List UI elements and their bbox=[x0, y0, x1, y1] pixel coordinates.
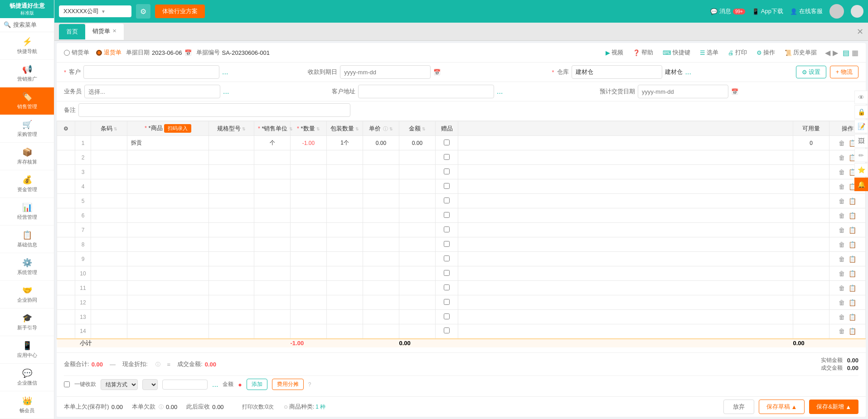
ops-button[interactable]: ⚙ 操作 bbox=[753, 47, 779, 58]
due-date-input[interactable] bbox=[340, 65, 431, 79]
add-payment-button[interactable]: 添加 bbox=[247, 379, 267, 390]
float-note-button[interactable]: 📝 bbox=[854, 120, 868, 133]
gift-checkbox[interactable] bbox=[444, 313, 450, 319]
float-bell-button[interactable]: 🔔 bbox=[854, 178, 868, 191]
delete-row-button[interactable]: 🗑 bbox=[838, 139, 846, 148]
sidebar-item-inventory[interactable]: 📦 库存核算 bbox=[0, 143, 54, 170]
list-view-icon[interactable]: ▦ bbox=[852, 48, 858, 57]
sidebar-item-guide[interactable]: 🎓 新手引导 bbox=[0, 308, 54, 336]
sidebar-item-system[interactable]: ⚙️ 系统管理 bbox=[0, 253, 54, 281]
delete-row-button[interactable]: 🗑 bbox=[838, 327, 846, 336]
float-lock-button[interactable]: 🔒 bbox=[854, 105, 868, 119]
delete-row-button[interactable]: 🗑 bbox=[838, 226, 846, 235]
nav-prev-icon[interactable]: ◀ bbox=[825, 48, 830, 57]
expected-date-input[interactable] bbox=[638, 85, 728, 98]
delete-row-button[interactable]: 🗑 bbox=[838, 240, 846, 249]
gift-checkbox[interactable] bbox=[444, 169, 450, 174]
sidebar-item-finance[interactable]: 💰 资金管理 bbox=[0, 170, 54, 198]
gift-checkbox[interactable] bbox=[444, 197, 450, 203]
online-service-button[interactable]: 👤 在线客服 bbox=[790, 7, 823, 15]
th-settings[interactable]: ⚙ bbox=[57, 121, 75, 136]
tab-sales-order[interactable]: 销货单 ✕ bbox=[85, 24, 124, 40]
float-eye-button[interactable]: 👁 bbox=[854, 91, 868, 104]
due-date-calendar-icon[interactable]: 📅 bbox=[433, 69, 441, 76]
delete-row-button[interactable]: 🗑 bbox=[838, 211, 846, 220]
warehouse-ellipsis-button[interactable]: ... bbox=[685, 68, 691, 76]
copy-row-button[interactable]: 📋 bbox=[848, 313, 857, 322]
salesperson-input[interactable] bbox=[84, 85, 220, 98]
sidebar-item-quick-nav[interactable]: ⚡ 快捷导航 bbox=[0, 32, 54, 60]
sort-spec-icon[interactable]: ⇅ bbox=[242, 127, 246, 131]
gift-checkbox[interactable] bbox=[444, 255, 450, 261]
sidebar-item-sales[interactable]: 🏷️ 销售管理 bbox=[0, 87, 54, 115]
close-all-tabs-icon[interactable]: ✕ bbox=[857, 27, 863, 37]
float-image-button[interactable]: 🖼 bbox=[854, 134, 868, 148]
salesperson-ellipsis-button[interactable]: ... bbox=[223, 87, 229, 96]
copy-row-button[interactable]: 📋 bbox=[848, 197, 857, 206]
customer-address-ellipsis-button[interactable]: ... bbox=[497, 87, 503, 96]
expense-help-icon[interactable]: ? bbox=[308, 381, 311, 388]
sidebar-item-operations[interactable]: 📊 经营管理 bbox=[0, 198, 54, 226]
sort-pkg-icon[interactable]: ⇅ bbox=[355, 127, 359, 131]
radio-return-order[interactable]: 退货单 bbox=[96, 48, 121, 57]
logistics-button[interactable]: + 物流 bbox=[830, 66, 858, 78]
warehouse-input[interactable] bbox=[572, 65, 662, 79]
gift-checkbox[interactable] bbox=[444, 327, 450, 333]
customer-address-input[interactable] bbox=[358, 85, 494, 98]
float-star-button[interactable]: ⭐ bbox=[854, 163, 868, 177]
trial-button[interactable]: 体验行业方案 bbox=[155, 5, 205, 18]
sort-unit-icon[interactable]: ⇅ bbox=[289, 127, 293, 131]
copy-row-button[interactable]: 📋 bbox=[848, 284, 857, 293]
settings-button[interactable]: ⚙ 设置 bbox=[796, 66, 826, 78]
gift-checkbox[interactable] bbox=[444, 299, 450, 305]
avatar[interactable] bbox=[829, 4, 844, 19]
sidebar-item-app-center[interactable]: 📱 应用中心 bbox=[0, 336, 54, 364]
customer-ellipsis-button[interactable]: ... bbox=[222, 68, 228, 76]
account-number-input[interactable] bbox=[162, 380, 208, 390]
delete-row-button[interactable]: 🗑 bbox=[838, 269, 846, 278]
doc-date-calendar-icon[interactable]: 📅 bbox=[184, 49, 192, 56]
delete-row-button[interactable]: 🗑 bbox=[838, 255, 846, 264]
copy-row-button[interactable]: 📋 bbox=[848, 269, 857, 278]
delete-row-button[interactable]: 🗑 bbox=[838, 298, 846, 307]
gift-checkbox[interactable] bbox=[444, 241, 450, 247]
delete-row-button[interactable]: 🗑 bbox=[838, 182, 846, 191]
delete-row-button[interactable]: 🗑 bbox=[838, 284, 846, 293]
message-button[interactable]: 💬 消息 99+ bbox=[710, 7, 745, 15]
grid-view-icon[interactable]: ▤ bbox=[843, 48, 849, 57]
sidebar-item-vip[interactable]: 👑 畅会员 bbox=[0, 391, 54, 419]
price-info-icon[interactable]: ⓘ bbox=[383, 126, 388, 131]
gift-checkbox[interactable] bbox=[444, 270, 450, 276]
product-type-info-icon[interactable]: ⊙ bbox=[284, 404, 288, 410]
video-button[interactable]: ▶ 视频 bbox=[602, 47, 627, 58]
copy-row-button[interactable]: 📋 bbox=[848, 298, 857, 307]
gift-checkbox[interactable] bbox=[444, 154, 450, 160]
delete-row-button[interactable]: 🗑 bbox=[838, 313, 846, 322]
sidebar-item-marketing[interactable]: 📢 营销推广 bbox=[0, 60, 54, 87]
delete-row-button[interactable]: 🗑 bbox=[838, 197, 846, 206]
gift-checkbox[interactable] bbox=[444, 212, 450, 218]
owed-info-icon[interactable]: ⓘ bbox=[159, 404, 164, 410]
expense-split-button[interactable]: 费用分摊 bbox=[272, 379, 304, 390]
copy-row-button[interactable]: 📋 bbox=[848, 327, 857, 336]
radio-sales-order[interactable]: 销货单 bbox=[64, 48, 89, 57]
discount-info-icon[interactable]: ⓘ bbox=[155, 361, 160, 368]
gift-checkbox[interactable] bbox=[444, 183, 450, 189]
shortcut-button[interactable]: ⌨ 快捷键 bbox=[659, 47, 694, 58]
gift-checkbox[interactable] bbox=[444, 140, 450, 145]
customer-input[interactable] bbox=[83, 65, 219, 79]
delete-row-button[interactable]: 🗑 bbox=[838, 153, 846, 162]
topbar-gear-button[interactable]: ⚙ bbox=[136, 4, 150, 19]
sidebar-item-enterprise[interactable]: 🤝 企业协同 bbox=[0, 281, 54, 308]
settle-method-select2[interactable] bbox=[142, 379, 158, 390]
sort-qty-icon[interactable]: ⇅ bbox=[316, 127, 320, 131]
one-click-pay-checkbox[interactable] bbox=[64, 381, 70, 387]
discard-button[interactable]: 放弃 bbox=[723, 400, 754, 414]
float-edit-button[interactable]: ✏ bbox=[854, 149, 868, 162]
scan-button[interactable]: 扫码录入 bbox=[164, 124, 191, 133]
history-button[interactable]: 📜 历史单据 bbox=[781, 47, 820, 58]
sidebar-item-wechat[interactable]: 💬 企业微信 bbox=[0, 364, 54, 391]
sidebar-search[interactable]: 🔍 搜索菜单 bbox=[0, 18, 54, 32]
copy-row-button[interactable]: 📋 bbox=[848, 240, 857, 249]
account-ellipsis-button[interactable]: ... bbox=[212, 380, 218, 389]
